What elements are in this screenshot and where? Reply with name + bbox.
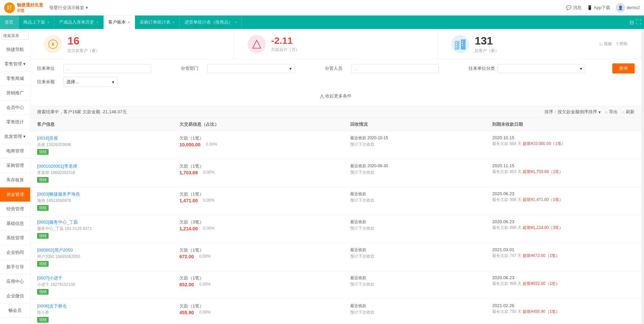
due-info-4: 2021.03.01 最长欠款 747 天 超期¥672.00（1笔）	[492, 247, 635, 259]
sidebar-item-new-guide[interactable]: 新手引导	[0, 260, 30, 274]
table-row: [0007]小进千 小进千 18279152100 现销 欠款（1笔） 652.…	[30, 271, 641, 299]
sidebar-item-batch-mgmt[interactable]: 批发管理 ▾	[0, 129, 30, 144]
company-select[interactable]: 母婴行业演示账套 ▾	[49, 5, 88, 11]
message-btn[interactable]: 💬 消息	[566, 5, 582, 11]
customer-phone-6: 陈小希	[37, 310, 179, 316]
customer-info-3: [0002]服务中心_丁磊 服务中心_丁磊 181 0125 8371 现销	[37, 219, 179, 239]
sidebar-item-system[interactable]: 系统管理	[0, 231, 30, 245]
filter-department: 分管部门 ▾	[181, 64, 319, 73]
col-header-debt: 欠交易信息（占比）	[179, 121, 350, 127]
debt-count-3: 欠款（3笔）	[179, 219, 350, 225]
close-purchase-stats-tab[interactable]: ×	[235, 20, 237, 24]
overdue-link-1[interactable]: 超期¥1,703.68（1笔）	[523, 169, 563, 174]
sort-select[interactable]: 排序：按欠款金额倒序排序 ▾	[544, 109, 601, 115]
nav-collapse-btn[interactable]: ⊟	[629, 19, 634, 26]
due-date-5: 2020.06.23	[492, 275, 635, 280]
filter-balance: 往来余额 选择... ▾	[37, 77, 635, 87]
sidebar-item-enterprise-wechat[interactable]: 企业微信	[0, 289, 30, 303]
user-avatar[interactable]: 👤 demo2	[616, 3, 640, 12]
stat-value-amount: -2.11	[271, 35, 300, 46]
debt-amount-0: 10,000.00	[179, 142, 200, 147]
filter-source-unit-input[interactable]: ...	[63, 64, 151, 73]
customer-name-0[interactable]: [0016]吴俊	[37, 135, 179, 141]
customer-info-2: [0003]畅捷服务尹海燕 海燕 18513066976 现销	[37, 191, 179, 211]
svg-rect-4	[461, 39, 466, 50]
table-row: [000002]用户2050 用户2050 18665062050 现销 欠款（…	[30, 243, 641, 271]
close-products-tab[interactable]: ×	[47, 20, 49, 24]
debt-count-0: 欠款（1笔）	[179, 135, 350, 141]
header-right: 💬 消息 📱 App下载 👤 demo2	[566, 3, 640, 12]
video-help-link[interactable]: ▷ 视频	[600, 41, 612, 47]
sidebar-item-inventory[interactable]: 库存核算	[0, 173, 30, 187]
overdue-link-2[interactable]: 超期¥1,471.00（1笔）	[523, 197, 563, 202]
customer-phone-1: 李老师 18600391516	[37, 170, 179, 176]
overdue-link-6[interactable]: 超期¥455.90（1笔）	[523, 309, 560, 314]
filter-classify-select[interactable]: ▾	[498, 64, 585, 73]
customer-phone-4: 用户2050 18665062050	[37, 254, 179, 260]
customer-name-4[interactable]: [000002]用户2050	[37, 247, 179, 253]
customer-phone-3: 服务中心_丁磊 181 0125 8371	[37, 226, 179, 232]
overdue-link-0[interactable]: 超期¥10,000.00（1笔）	[523, 141, 565, 146]
filter-balance-select[interactable]: 选择... ▾	[63, 77, 117, 87]
refresh-btn[interactable]: ○ 刷新	[622, 109, 635, 115]
export-btn[interactable]: ○ 导出	[605, 109, 618, 115]
stat-debt-customers: ¥ 16 总欠款客户（家）	[30, 29, 234, 59]
sidebar-item-enterprise[interactable]: 企业协同	[0, 245, 30, 260]
recovery-info-2: 最近收款 预计下次收款	[350, 191, 493, 203]
tab-purchase-stats[interactable]: 进货单统计表（按商品） ×	[180, 16, 242, 29]
tab-purchase-order[interactable]: 采购订单统计表 ×	[135, 16, 179, 29]
sidebar-search-input[interactable]	[1, 32, 29, 40]
refresh-icon: ○	[622, 110, 624, 115]
sidebar-item-basic-info[interactable]: 基础信息	[0, 216, 30, 231]
customer-name-1[interactable]: [0001020001]李老师	[37, 163, 179, 169]
scrollbar[interactable]	[641, 29, 644, 324]
filter-dept-select[interactable]: ▾	[207, 64, 295, 73]
sidebar-item-member-vip[interactable]: 畅会员	[0, 303, 30, 318]
table-row: [0006]去下粮仓 陈小希 现销 欠款（1笔） 455.90 0.00% 最近…	[30, 299, 641, 324]
close-purchase-order-tab[interactable]: ×	[172, 20, 174, 24]
close-customer-account-tab[interactable]: ×	[128, 20, 130, 24]
customer-name-2[interactable]: [0003]畅捷服务尹海燕	[37, 191, 179, 197]
svg-marker-2	[253, 40, 261, 48]
sidebar-item-ecommerce[interactable]: 电商管理	[0, 144, 30, 158]
debt-percent-2: 0.00%	[203, 198, 215, 203]
close-production-tab[interactable]: ×	[96, 20, 98, 24]
sidebar-item-quick-nav[interactable]: 快捷导航	[0, 42, 30, 57]
sidebar-item-retail-mgmt[interactable]: 零售管理 ▾	[0, 57, 30, 71]
sidebar-item-operation[interactable]: 经营管理	[0, 202, 30, 216]
sidebar-item-purchase[interactable]: 采购管理	[0, 158, 30, 173]
nav-fullscreen-btn[interactable]: ⛶	[636, 19, 641, 25]
sidebar-item-retail-stats[interactable]: 零售统计	[0, 115, 30, 129]
svg-rect-7	[456, 46, 457, 47]
customer-name-3[interactable]: [0002]服务中心_丁磊	[37, 219, 179, 225]
tab-products[interactable]: 商品上下架 ×	[19, 16, 54, 29]
tab-production[interactable]: 产成品入库单历史 ×	[54, 16, 103, 29]
sidebar-item-finance[interactable]: 资金管理	[0, 187, 30, 202]
tab-customer-account[interactable]: 客户账本 ×	[104, 16, 135, 29]
due-overdue-2: 最长欠款 998 天 超期¥1,471.00（1笔）	[492, 197, 635, 203]
stat-text-total: 131 总客户（家）	[475, 35, 499, 54]
overdue-link-3[interactable]: 超期¥1,214.00（3笔）	[523, 225, 563, 230]
help-link[interactable]: ? 帮助	[616, 41, 627, 47]
svg-rect-5	[456, 42, 457, 43]
collapse-more-btn[interactable]: ⋀ 收起更多条件	[37, 90, 635, 102]
sidebar-item-member[interactable]: 会员中心	[0, 100, 30, 115]
customer-tag-5: 现销	[37, 289, 49, 295]
sidebar-item-app-center[interactable]: 应用中心	[0, 274, 30, 289]
search-button[interactable]: 查询	[612, 63, 635, 73]
filter-mgr-input[interactable]: ...	[351, 64, 439, 73]
due-date-4: 2021.03.01	[492, 247, 635, 252]
sidebar-item-retail-shop[interactable]: 零售商城	[0, 71, 30, 86]
filter-manager: 分管人员 ...	[325, 64, 463, 73]
table-row: [0002]服务中心_丁磊 服务中心_丁磊 181 0125 8371 现销 欠…	[30, 215, 641, 243]
debt-amount-6: 455.90	[179, 310, 194, 315]
overdue-link-5[interactable]: 超期¥652.00（1笔）	[523, 281, 560, 286]
due-info-0: 2020.10.15 最长欠款 884 天 超期¥10,000.00（1笔）	[492, 135, 635, 147]
overdue-link-4[interactable]: 超期¥672.00（1笔）	[523, 253, 560, 258]
customer-name-5[interactable]: [0007]小进千	[37, 275, 179, 281]
app-download-btn[interactable]: 📱 App下载	[587, 5, 610, 11]
sidebar-item-marketing[interactable]: 营销推广	[0, 86, 30, 100]
tab-home[interactable]: 首页	[0, 16, 19, 29]
customer-name-6[interactable]: [0006]去下粮仓	[37, 303, 179, 309]
debt-amount-3: 1,214.00	[179, 226, 198, 231]
